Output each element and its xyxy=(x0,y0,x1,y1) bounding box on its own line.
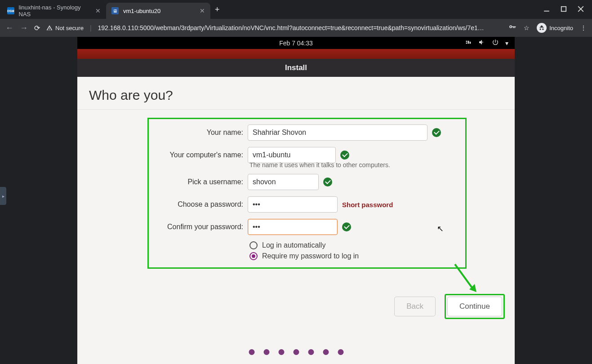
label-username: Pick a username: xyxy=(153,178,243,186)
power-icon[interactable] xyxy=(492,39,499,47)
tab-close-icon[interactable]: ✕ xyxy=(200,7,205,14)
favicon-vm: 🖥 xyxy=(111,7,119,14)
tab-title: vm1-ubuntu20 xyxy=(123,8,160,14)
network-icon[interactable] xyxy=(465,39,472,47)
dot xyxy=(249,349,254,355)
incognito-icon xyxy=(537,23,547,33)
confirm-password-input[interactable] xyxy=(248,219,338,235)
check-icon xyxy=(323,178,332,186)
gnome-top-bar: Feb 7 04:33 ▾ xyxy=(77,37,515,49)
url-text[interactable]: 192.168.0.110:5000/webman/3rdparty/Virtu… xyxy=(98,24,503,31)
gnome-clock[interactable]: Feb 7 04:33 xyxy=(279,40,313,47)
dot xyxy=(338,349,343,355)
check-icon xyxy=(342,222,351,231)
browser-tab-synology[interactable]: DSM linuxhint-nas - Synology NAS ✕ xyxy=(2,3,106,19)
page-heading: Who are you? xyxy=(89,88,503,103)
dot xyxy=(278,349,284,355)
installer-body: Who are you? Your name: Your computer's … xyxy=(77,77,515,364)
volume-icon[interactable] xyxy=(478,39,485,47)
maximize-icon[interactable] xyxy=(561,6,567,12)
new-tab-button[interactable]: + xyxy=(210,5,224,14)
username-input[interactable] xyxy=(248,174,319,190)
check-icon xyxy=(340,151,349,160)
not-secure-label: Not secure xyxy=(55,25,84,31)
tab-close-icon[interactable]: ✕ xyxy=(95,7,101,14)
svg-line-4 xyxy=(455,264,472,288)
window-controls xyxy=(543,0,592,18)
annotation-continue-highlight: Continue xyxy=(445,294,505,319)
key-icon[interactable] xyxy=(508,23,516,33)
svg-rect-1 xyxy=(561,7,566,12)
divider xyxy=(77,109,515,110)
incognito-label: Incognito xyxy=(549,25,573,31)
dot xyxy=(293,349,299,355)
label-your-name: Your name: xyxy=(153,129,243,137)
annotation-arrow xyxy=(452,262,476,294)
password-strength-msg: Short password xyxy=(342,201,393,209)
your-name-input[interactable] xyxy=(248,124,427,141)
password-input[interactable] xyxy=(248,196,338,213)
check-icon xyxy=(432,128,441,137)
ubuntu-accent-strip xyxy=(77,49,515,59)
reload-icon[interactable]: ⟳ xyxy=(34,24,40,32)
forward-icon[interactable]: → xyxy=(20,23,28,33)
computer-name-input[interactable] xyxy=(248,147,336,163)
favicon-dsm: DSM xyxy=(7,7,14,14)
label-confirm-password: Confirm your password: xyxy=(153,223,243,231)
minimize-icon[interactable] xyxy=(543,6,550,12)
button-row: Back Continue xyxy=(394,294,505,319)
continue-button[interactable]: Continue xyxy=(447,297,502,316)
radio-auto-login[interactable]: Log in automatically xyxy=(249,241,461,249)
radio-require-password[interactable]: Require my password to log in xyxy=(249,252,461,260)
kebab-menu-icon[interactable]: ⋮ xyxy=(580,24,587,31)
dot xyxy=(263,349,269,355)
dot xyxy=(308,349,314,355)
separator: | xyxy=(90,24,92,31)
radio-icon xyxy=(249,252,258,260)
browser-tab-vm1[interactable]: 🖥 vm1-ubuntu20 ✕ xyxy=(106,3,210,19)
label-computer-name: Your computer's name: xyxy=(153,151,243,159)
annotation-form-highlight: Your name: Your computer's name: The nam… xyxy=(147,118,467,269)
gnome-system-tray[interactable]: ▾ xyxy=(465,37,508,49)
dot xyxy=(323,349,329,355)
address-bar: ← → ⟳ Not secure | 192.168.0.110:5000/we… xyxy=(0,19,592,37)
back-icon[interactable]: ← xyxy=(5,23,13,33)
chevron-down-icon[interactable]: ▾ xyxy=(505,40,508,47)
radio-label: Require my password to log in xyxy=(262,252,359,260)
radio-icon xyxy=(249,241,258,249)
vnc-viewport: Feb 7 04:33 ▾ Install Who are you? Your … xyxy=(77,37,515,364)
tab-title: linuxhint-nas - Synology NAS xyxy=(19,4,91,18)
computer-name-hint: The name it uses when it talks to other … xyxy=(249,161,461,169)
installer-titlebar: Install xyxy=(77,59,515,77)
window-title: Install xyxy=(285,63,307,72)
radio-label: Log in automatically xyxy=(262,241,325,249)
progress-dots xyxy=(249,349,343,355)
incognito-indicator[interactable]: Incognito xyxy=(537,23,573,33)
novnc-sidebar-handle[interactable] xyxy=(0,187,6,205)
browser-tab-strip: DSM linuxhint-nas - Synology NAS ✕ 🖥 vm1… xyxy=(0,0,592,19)
bookmark-star-icon[interactable]: ☆ xyxy=(524,24,530,31)
label-password: Choose a password: xyxy=(153,200,243,209)
close-icon[interactable] xyxy=(578,6,584,12)
site-security[interactable]: Not secure xyxy=(46,25,84,31)
warning-icon xyxy=(46,25,53,31)
back-button[interactable]: Back xyxy=(394,297,436,316)
